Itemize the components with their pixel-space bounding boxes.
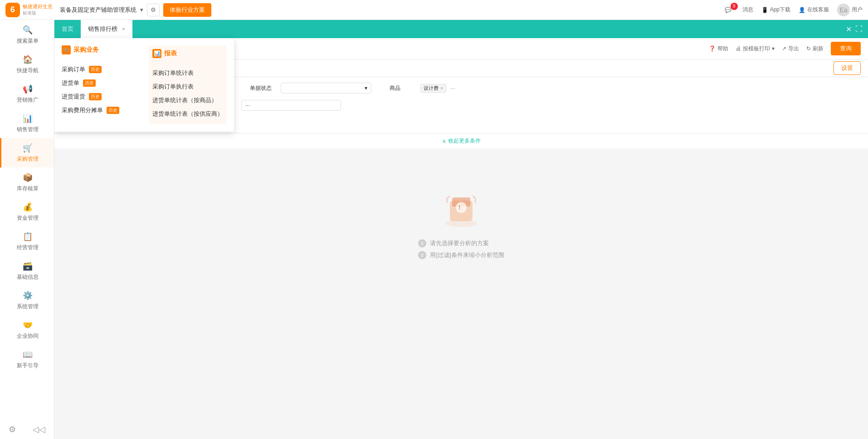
report-icon: 📊 (152, 49, 161, 58)
sidebar: 🔍 搜索菜单 🏠 快捷导航 📢 营销推广 📊 销售管理 🛒 采购管理 📦 库存核… (0, 20, 54, 439)
title-settings-icon[interactable]: ⚙ (147, 4, 160, 16)
sidebar-label-enterprise: 企业协同 (17, 332, 39, 340)
tab-close-icon[interactable]: × (122, 26, 125, 32)
inbound-history-badge: 历史 (83, 79, 96, 87)
sidebar-item-sales[interactable]: 📊 销售管理 (0, 109, 54, 138)
refresh-button[interactable]: ↻ 刷新 (806, 45, 824, 53)
dropdown-item-inbound-return[interactable]: 进货退货 历史 (62, 90, 140, 104)
purchase-order-stat-label: 采购订单统计表 (152, 69, 194, 77)
empty-illustration: ! (439, 185, 484, 230)
collapse-label: 收起更多条件 (448, 137, 481, 145)
tab-window-close-icon[interactable]: ✕ (846, 25, 852, 34)
sidebar-item-quicknav[interactable]: 🏠 快捷导航 (0, 49, 54, 79)
empty-tips: ① 请先选择要分析的方案 ② 用[过滤]条件来缩小分析范围 (418, 239, 504, 259)
inventory-icon: 📦 (22, 172, 33, 183)
collapse-row: ∧ 收起更多条件 (54, 133, 868, 148)
dropdown-item-inbound[interactable]: 进货单 历史 (62, 76, 140, 90)
sidebar-item-finance[interactable]: 💰 资金管理 (0, 197, 54, 227)
tab-sales-ranking-label: 销售排行榜 (88, 25, 117, 33)
basic-icon: 🗃️ (22, 261, 33, 271)
goods-dots-btn[interactable]: ··· (450, 84, 455, 92)
purchase-order-history-badge: 历史 (89, 66, 102, 73)
inbound-stat-goods-label: 进货单统计表（按商品） (152, 96, 217, 104)
sidebar-label-marketing: 营销推广 (17, 96, 39, 104)
salesperson-input[interactable]: ··· (241, 100, 341, 111)
inbound-stat-supplier-label: 进货单统计表（按供应商） (152, 110, 223, 118)
goods-label: 商品 (390, 84, 417, 92)
voucher-status-select[interactable]: ▾ (281, 83, 371, 94)
user-label: 用户 (852, 6, 863, 14)
print-button[interactable]: 🖨 按模板打印 ▾ (736, 45, 775, 53)
sidebar-item-purchase[interactable]: 🛒 采购管理 (0, 138, 54, 168)
main-layout: 🔍 搜索菜单 🏠 快捷导航 📢 营销推广 📊 销售管理 🛒 采购管理 📦 库存核… (0, 20, 868, 439)
message-item[interactable]: 💬 9 消息 (725, 6, 753, 14)
user-item[interactable]: Ea 用户 (837, 4, 863, 16)
export-icon: ↗ (782, 45, 786, 52)
top-right-area: 💬 9 消息 📱 App下载 👤 在线客服 Ea 用户 (725, 4, 863, 16)
tab-window-resize-icon[interactable]: ⛶ (855, 25, 863, 33)
print-label: 按模板打印 (743, 45, 770, 53)
sidebar-label-purchase: 采购管理 (17, 155, 39, 163)
goods-tag-remove[interactable]: × (440, 85, 443, 91)
title-dropdown-icon[interactable]: ▾ (140, 6, 143, 13)
brand-name: 畅捷通好生意 (23, 3, 53, 10)
settings-button[interactable]: 设置 (834, 61, 861, 75)
sidebar-label-quicknav: 快捷导航 (17, 67, 39, 74)
sales-icon: 📊 (22, 113, 33, 124)
dropdown-item-purchase-order-exec[interactable]: 采购订单执行表 (152, 80, 223, 94)
sidebar-item-basic[interactable]: 🗃️ 基础信息 (0, 256, 54, 286)
dropdown-item-inbound-stat-supplier[interactable]: 进货单统计表（按供应商） (152, 107, 223, 121)
tab-sales-ranking[interactable]: 销售排行榜 × (81, 20, 132, 38)
collapse-button[interactable]: ∧ 收起更多条件 (442, 137, 481, 145)
sidebar-item-system[interactable]: ⚙️ 系统管理 (0, 286, 54, 315)
online-service-item[interactable]: 👤 在线客服 (799, 6, 829, 14)
goods-tag-text: 设计费 (424, 85, 439, 92)
avatar: Ea (837, 4, 850, 16)
dropdown-item-purchase-fee[interactable]: 采购费用分摊单 历史 (62, 104, 140, 117)
purchase-business-icon: 🛒 (62, 45, 71, 54)
newbie-icon: 📖 (22, 349, 33, 360)
dropdown-right-title-text: 报表 (164, 49, 177, 58)
trial-button[interactable]: 体验行业方案 (163, 3, 211, 17)
dropdown-left-title: 🛒 采购业务 (62, 45, 140, 57)
sidebar-item-enterprise[interactable]: 🤝 企业协同 (0, 315, 54, 345)
export-label: 导出 (788, 45, 799, 53)
app-download-label: App下载 (770, 6, 790, 14)
tip-1-num: ① (418, 239, 426, 247)
logo-icon: 6 (5, 3, 20, 17)
sidebar-settings-icon[interactable]: ⚙ (9, 424, 16, 434)
query-button[interactable]: 查询 (831, 42, 861, 55)
sidebar-item-operations[interactable]: 📋 经营管理 (0, 227, 54, 256)
dropdown-item-purchase-order[interactable]: 采购订单 历史 (62, 63, 140, 76)
help-label: 帮助 (717, 45, 728, 53)
app-download-item[interactable]: 📱 App下载 (761, 6, 790, 14)
help-icon: ❓ (709, 45, 716, 52)
sidebar-item-marketing[interactable]: 📢 营销推广 (0, 79, 54, 109)
empty-state: ! ① 请先选择要分析的方案 ② 用[过滤]条件来缩小分析范围 (54, 148, 868, 296)
sidebar-label-search: 搜索菜单 (17, 37, 39, 45)
tab-home-label: 首页 (62, 25, 73, 33)
sidebar-item-search[interactable]: 🔍 搜索菜单 (0, 20, 54, 49)
message-icon: 💬 (725, 7, 731, 13)
dropdown-item-purchase-order-stat[interactable]: 采购订单统计表 (152, 66, 223, 80)
sidebar-collapse-icon[interactable]: ◁◁ (33, 424, 45, 434)
svg-text:!: ! (458, 204, 461, 211)
export-button[interactable]: ↗ 导出 (782, 45, 799, 53)
search-icon: 🔍 (22, 25, 33, 35)
tab-bar-right: ✕ ⛶ (846, 25, 868, 34)
tab-home[interactable]: 首页 (54, 20, 81, 38)
content-area: 首页 销售排行榜 × 🛒 采购业务 采购订单 历史 (54, 20, 868, 439)
system-title-area: 装备及固定资产辅助管理系统 ▾ ⚙ 体验行业方案 (60, 3, 725, 17)
voucher-status-group: 单据状态 ▾ (250, 83, 371, 94)
sidebar-item-inventory[interactable]: 📦 库存核算 (0, 168, 54, 197)
finance-icon: 💰 (22, 202, 33, 212)
inbound-return-label: 进货退货 (62, 93, 85, 101)
goods-tag: 设计费 × (420, 84, 446, 93)
operations-icon: 📋 (22, 231, 33, 242)
message-badge: 9 (731, 3, 738, 10)
dropdown-item-inbound-stat-goods[interactable]: 进货单统计表（按商品） (152, 94, 223, 107)
empty-tip-2: ② 用[过滤]条件来缩小分析范围 (418, 251, 504, 259)
help-button[interactable]: ❓ 帮助 (709, 45, 728, 53)
sidebar-label-operations: 经营管理 (17, 244, 39, 252)
sidebar-item-newbie[interactable]: 📖 新手引导 (0, 345, 54, 374)
